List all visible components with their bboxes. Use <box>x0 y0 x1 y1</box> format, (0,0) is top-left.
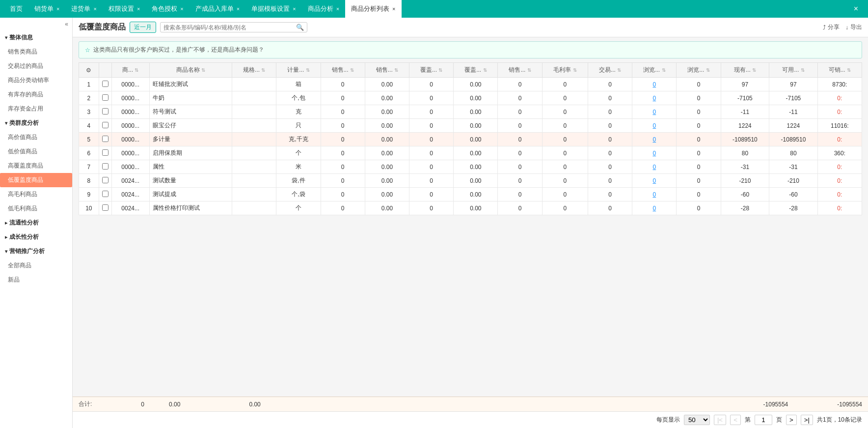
col-sales-qty[interactable]: 销售... ⇅ <box>321 63 365 78</box>
nav-sales[interactable]: 销货单 × <box>28 0 65 18</box>
col-available-stock[interactable]: 可用... ⇅ <box>769 63 818 78</box>
nav-product-analysis-close[interactable]: × <box>336 6 339 12</box>
cell-checkbox[interactable] <box>99 201 111 215</box>
col-cover-qty[interactable]: 覆盖... ⇅ <box>409 63 454 78</box>
cell-browse-count[interactable]: 0 <box>632 91 677 105</box>
nav-product-inbound-close[interactable]: × <box>237 6 240 12</box>
col-browse-count[interactable]: 浏览... ⇅ <box>632 63 677 78</box>
nav-product-analysis[interactable]: 商品分析 × <box>302 0 345 18</box>
col-current-stock[interactable]: 现有... ⇅ <box>721 63 769 78</box>
sidebar-item-stock-goods[interactable]: 有库存的商品 <box>0 87 72 102</box>
sidebar-section-overall[interactable]: ▾ 整体信息 <box>0 30 72 45</box>
cell-checkbox[interactable] <box>99 160 111 174</box>
cell-checkbox[interactable] <box>99 146 111 160</box>
cell-checkbox[interactable] <box>99 105 111 119</box>
nav-role-auth[interactable]: 角色授权 × <box>146 0 189 18</box>
cell-checkbox[interactable] <box>99 174 111 188</box>
sidebar-item-traded-goods[interactable]: 交易过的商品 <box>0 59 72 73</box>
sidebar-section-marketing[interactable]: ▾ 营销推广分析 <box>0 244 72 258</box>
cell-trade-count: 0 <box>588 105 632 119</box>
row-checkbox[interactable] <box>102 163 108 170</box>
nav-sales-close[interactable]: × <box>56 6 59 12</box>
row-checkbox[interactable] <box>102 94 108 101</box>
cell-cover-amt: 0.00 <box>454 91 498 105</box>
row-checkbox[interactable] <box>102 122 108 128</box>
cell-gross-margin: 0 <box>542 160 588 174</box>
nav-permissions-close[interactable]: × <box>137 6 140 12</box>
sidebar-item-high-margin[interactable]: 高毛利商品 <box>0 187 72 201</box>
nav-template-close[interactable]: × <box>293 6 296 12</box>
search-input[interactable] <box>163 24 296 31</box>
cell-checkbox[interactable] <box>99 119 111 133</box>
col-sales-count[interactable]: 销售... ⇅ <box>498 63 542 78</box>
row-checkbox[interactable] <box>102 136 108 142</box>
page-number-input[interactable] <box>755 415 772 425</box>
row-checkbox[interactable] <box>102 204 108 211</box>
cell-browse-count[interactable]: 0 <box>632 188 677 201</box>
col-settings[interactable]: ⚙ <box>79 63 99 78</box>
cell-browse-count[interactable]: 0 <box>632 160 677 174</box>
nav-purchase-close[interactable]: × <box>93 6 96 12</box>
nav-purchase[interactable]: 进货单 × <box>65 0 102 18</box>
row-checkbox[interactable] <box>102 108 108 114</box>
prev-page-button[interactable]: < <box>730 415 741 425</box>
col-name[interactable]: 商品名称 ⇅ <box>149 63 232 78</box>
col-spec[interactable]: 规格... ⇅ <box>232 63 276 78</box>
nav-product-analysis-list[interactable]: 商品分析列表 × <box>345 0 401 18</box>
cell-unit: 只 <box>276 119 321 133</box>
col-browse-amt[interactable]: 浏览... ⇅ <box>677 63 721 78</box>
nav-template-settings[interactable]: 单据模板设置 × <box>245 0 301 18</box>
cell-checkbox[interactable] <box>99 91 111 105</box>
row-checkbox[interactable] <box>102 177 108 183</box>
row-checkbox[interactable] <box>102 191 108 197</box>
row-checkbox[interactable] <box>102 149 108 156</box>
nav-role-auth-close[interactable]: × <box>180 6 183 12</box>
sidebar-item-low-value[interactable]: 低价值商品 <box>0 144 72 159</box>
cell-browse-count[interactable]: 0 <box>632 201 677 215</box>
sidebar-section-cluster[interactable]: ▾ 类群度分析 <box>0 116 72 130</box>
col-gross-margin[interactable]: 毛利率 ⇅ <box>542 63 588 78</box>
sidebar-section-growth[interactable]: ▸ 成长性分析 <box>0 230 72 244</box>
col-code[interactable]: 商... ⇅ <box>111 63 149 78</box>
nav-permissions[interactable]: 权限设置 × <box>103 0 146 18</box>
cell-browse-count[interactable]: 0 <box>632 146 677 160</box>
sidebar-item-sales-goods[interactable]: 销售类商品 <box>0 45 72 59</box>
cell-checkbox[interactable] <box>99 188 111 201</box>
sidebar-item-all-goods[interactable]: 全部商品 <box>0 258 72 273</box>
sidebar-item-new-goods[interactable]: 新品 <box>0 273 72 287</box>
col-cover-amt[interactable]: 覆盖... ⇅ <box>454 63 498 78</box>
cell-checkbox[interactable] <box>99 78 111 91</box>
col-sales-amt[interactable]: 销售... ⇅ <box>365 63 409 78</box>
last-page-button[interactable]: >| <box>801 415 813 425</box>
share-button[interactable]: ⤴ 分享 <box>823 23 840 31</box>
time-filter-button[interactable]: 近一月 <box>130 22 156 33</box>
sidebar-item-low-margin[interactable]: 低毛利商品 <box>0 201 72 216</box>
cell-browse-count[interactable]: 0 <box>632 133 677 146</box>
nav-product-analysis-list-close[interactable]: × <box>392 6 395 12</box>
first-page-button[interactable]: |< <box>714 415 726 425</box>
nav-home[interactable]: 首页 <box>4 0 28 18</box>
cell-browse-count[interactable]: 0 <box>632 105 677 119</box>
export-button[interactable]: ↓ 导出 <box>845 23 862 31</box>
sidebar-item-high-value[interactable]: 高价值商品 <box>0 130 72 144</box>
sort-icon-code: ⇅ <box>135 67 138 73</box>
next-page-button[interactable]: > <box>786 415 797 425</box>
col-sellable-stock[interactable]: 可销... ⇅ <box>817 63 862 78</box>
cell-browse-count[interactable]: 0 <box>632 174 677 188</box>
per-page-select[interactable]: 50 100 200 <box>684 415 710 425</box>
cell-browse-count[interactable]: 0 <box>632 119 677 133</box>
nav-product-inbound[interactable]: 产成品入库单 × <box>190 0 245 18</box>
sidebar-section-circulation[interactable]: ▸ 流通性分析 <box>0 216 72 230</box>
settings-icon[interactable]: ⚙ <box>86 67 91 74</box>
window-close-button[interactable]: × <box>848 4 864 13</box>
col-trade-count[interactable]: 交易... ⇅ <box>588 63 632 78</box>
sidebar-item-category-sales-rate[interactable]: 商品分类动销率 <box>0 73 72 87</box>
col-unit[interactable]: 计量... ⇅ <box>276 63 321 78</box>
sidebar-item-stock-capital[interactable]: 库存资金占用 <box>0 102 72 116</box>
cell-checkbox[interactable] <box>99 133 111 146</box>
sidebar-item-low-coverage[interactable]: 低覆盖度商品 <box>0 173 72 187</box>
cell-browse-count[interactable]: 0 <box>632 78 677 91</box>
sidebar-item-high-coverage[interactable]: 高覆盖度商品 <box>0 159 72 173</box>
sidebar-collapse-button[interactable]: « <box>0 18 72 30</box>
row-checkbox[interactable] <box>102 81 108 87</box>
